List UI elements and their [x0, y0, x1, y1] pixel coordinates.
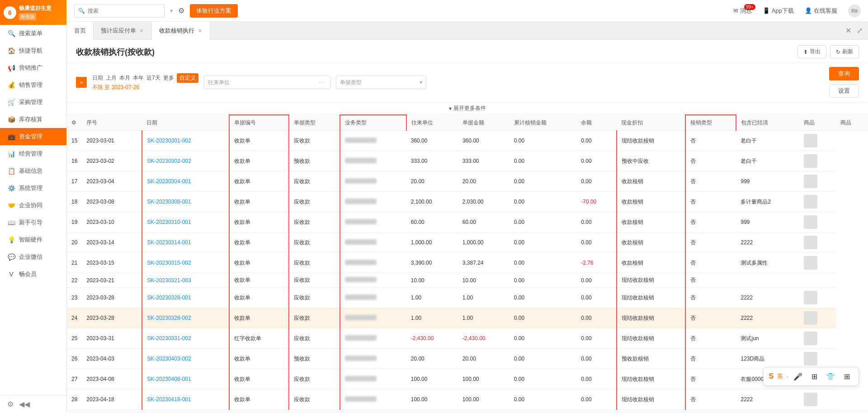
cell-billno[interactable]: SK-20230315-002 [142, 253, 229, 273]
cell-billno[interactable]: SK-20230301-002 [142, 131, 229, 151]
bill-link[interactable]: SK-20230315-002 [147, 260, 191, 266]
cell-includeclear: 否 [685, 171, 736, 192]
tab-expand-icon[interactable]: ⤢ [855, 24, 864, 37]
sidebar-item-purchase[interactable]: 🛒采购管理 [0, 94, 66, 111]
date-link-上月[interactable]: 上月 [106, 74, 117, 82]
cell-billno[interactable]: SK-20230314-001 [142, 233, 229, 253]
cell-billno[interactable]: SK-20230418-001 [142, 389, 229, 410]
unit-filter-input[interactable]: 往来单位 ··· [204, 76, 330, 89]
settings-icon[interactable]: ⚙ [7, 400, 14, 408]
float-grid-button[interactable]: ⊞ [808, 370, 821, 383]
online-service-button[interactable]: 👤 在线客服 [805, 7, 837, 15]
float-mic-button[interactable]: 🎤 [792, 370, 804, 383]
bill-link[interactable]: SK-20230321-003 [147, 277, 191, 284]
tab-close-all-icon[interactable]: ✕ [844, 24, 853, 37]
date-link-本年[interactable]: 本年 [133, 74, 144, 82]
sidebar-item-marketing[interactable]: 📢营销推广 [0, 59, 66, 76]
date-link-近7天[interactable]: 近7天 [146, 74, 160, 82]
cell-billno[interactable]: SK-20230328-002 [142, 308, 229, 328]
filter-toggle-button[interactable]: » [76, 77, 87, 88]
cell-billno[interactable]: SK-20230304-001 [142, 171, 229, 192]
sidebar-item-enterprise[interactable]: 🤝企业协同 [0, 197, 66, 214]
query-button[interactable]: 查询 [829, 67, 859, 81]
export-button[interactable]: ⬆ 导出 [797, 45, 826, 58]
cell-billno[interactable]: SK-20230403-002 [142, 349, 229, 369]
sidebar-item-search[interactable]: 🔍搜索菜单 [0, 25, 66, 42]
bill-type-filter[interactable]: 单据类型 ▾ [336, 76, 426, 89]
cell-billno[interactable]: SK-20230308-001 [142, 192, 229, 212]
bill-link[interactable]: SK-20230304-001 [147, 178, 191, 185]
sidebar-item-sales[interactable]: 💰销售管理 [0, 76, 66, 94]
cell-billno[interactable]: SK-20230302-002 [142, 151, 229, 171]
solution-button[interactable]: 体验行业方案 [190, 4, 238, 18]
tab-close-collection[interactable]: × [197, 26, 203, 35]
cell-goods2 [799, 273, 836, 288]
date-link-本月[interactable]: 本月 [119, 74, 130, 82]
sidebar-item-inventory[interactable]: 📦库存核算 [0, 111, 66, 128]
cell-amount: 60.00 [406, 212, 458, 233]
col-settings[interactable]: ⚙ [67, 115, 82, 131]
sidebar-item-member[interactable]: V畅会员 [0, 266, 66, 283]
cell-billno[interactable]: SK-20230408-001 [142, 369, 229, 389]
cell-discount: -70.00 [576, 192, 617, 212]
refresh-button[interactable]: ↻ 刷新 [830, 45, 859, 58]
message-button[interactable]: ✉ 消息 99+ [733, 7, 752, 15]
float-toolbar: S 英 • 🎤 ⊞ 👕 ⊞ [763, 367, 859, 386]
setting-button[interactable]: 设置 [829, 84, 859, 98]
sidebar-logo: 6 畅康道好生意 标推版 [0, 0, 66, 25]
settings-col-icon[interactable]: ⚙ [71, 119, 76, 126]
row-settings-cell: 28 [67, 389, 82, 410]
cell-balance: 0.00 [509, 308, 576, 328]
bill-link[interactable]: SK-20230302-002 [147, 158, 191, 164]
sidebar-item-basic[interactable]: 📋基础信息 [0, 162, 66, 180]
cell-billno[interactable]: SK-20230331-002 [142, 328, 229, 349]
cell-canceltype: 现结收款核销 [617, 273, 685, 288]
app-download-button[interactable]: 📱 App下载 [763, 7, 794, 15]
bill-link[interactable]: SK-20230310-001 [147, 219, 191, 225]
tab-prepay[interactable]: 预计应应付单× [94, 22, 152, 40]
bill-link[interactable]: SK-20230418-001 [147, 396, 191, 403]
tab-close-prepay[interactable]: × [139, 26, 144, 35]
table-row: 172023-03-04SK-20230304-001收款单应收款20.0020… [67, 171, 868, 192]
sidebar-item-shortcut[interactable]: 🏠快捷导航 [0, 42, 66, 59]
bill-link[interactable]: SK-20230403-002 [147, 356, 191, 362]
search-input[interactable] [88, 8, 151, 14]
sidebar-item-system[interactable]: ⚙️系统管理 [0, 180, 66, 197]
sidebar-item-operation[interactable]: 📊经营管理 [0, 145, 66, 162]
bill-link[interactable]: SK-20230301-002 [147, 138, 191, 144]
wechat-icon: 💬 [7, 253, 15, 261]
bill-link[interactable]: SK-20230328-002 [147, 315, 191, 321]
bill-link[interactable]: SK-20230408-001 [147, 376, 191, 382]
tab-home[interactable]: 首页 [67, 22, 94, 40]
sidebar-item-finance[interactable]: 💼资金管理 [0, 128, 66, 145]
sidebar-item-wechat[interactable]: 💬企业微信 [0, 248, 66, 266]
date-link-更多[interactable]: 更多 [163, 74, 174, 82]
bill-link[interactable]: SK-20230308-001 [147, 199, 191, 205]
sidebar-item-guide[interactable]: 📖新手引导 [0, 214, 66, 231]
bill-link[interactable]: SK-20230328-001 [147, 294, 191, 301]
cell-goods: 2222 [736, 233, 799, 253]
custom-date-button[interactable]: 自定义 [177, 73, 198, 83]
cell-billno[interactable]: SK-20230321-003 [142, 273, 229, 288]
user-avatar[interactable]: Rit [848, 5, 861, 17]
cell-billno[interactable]: SK-20230328-001 [142, 288, 229, 308]
expand-more-button[interactable]: ▾ 展开更多条件 [449, 104, 486, 112]
cell-billtype: 收款单 [229, 389, 289, 410]
bill-link[interactable]: SK-20230314-001 [147, 239, 191, 246]
collapse-icon[interactable]: ◀◀ [19, 400, 30, 408]
cell-balance: 0.00 [509, 151, 576, 171]
float-apps-button[interactable]: ⊞ [840, 370, 853, 383]
topbar-gear-icon[interactable]: ⚙ [178, 6, 184, 15]
cell-billtype: 收款单 [229, 253, 289, 273]
tab-collection[interactable]: 收款核销执行× [152, 22, 210, 40]
cell-balance: 0.00 [509, 273, 576, 288]
row-settings-cell: 16 [67, 151, 82, 171]
topbar-search-box[interactable]: 🔍 [74, 4, 165, 18]
float-shirt-button[interactable]: 👕 [824, 370, 837, 383]
cell-billno[interactable]: SK-20230310-001 [142, 212, 229, 233]
bill-link[interactable]: SK-20230331-002 [147, 335, 191, 342]
table-row: 202023-03-14SK-20230314-001收款单应收款1,000.0… [67, 233, 868, 253]
sidebar-label-enterprise: 企业协同 [19, 201, 42, 209]
sidebar-item-hardware[interactable]: 💡智能硬件 [0, 231, 66, 248]
cell-goods2 [799, 389, 836, 410]
